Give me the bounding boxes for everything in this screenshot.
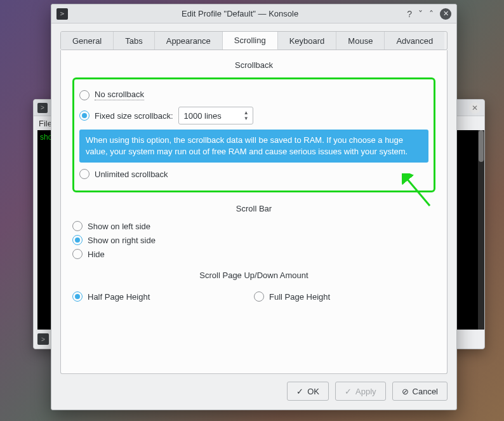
unlimited-scrollback-label: Unlimited scrollback bbox=[95, 170, 168, 179]
dialog-titlebar[interactable]: Edit Profile "Default" — Konsole ? ˅ ˄ ✕ bbox=[51, 4, 456, 23]
radio-no-scrollback[interactable]: No scrollback bbox=[79, 90, 428, 100]
radio-icon bbox=[79, 90, 90, 100]
tab-keyboard[interactable]: Keyboard bbox=[278, 32, 337, 50]
tab-appearance[interactable]: Appearance bbox=[155, 32, 223, 50]
scrollbar-heading: Scroll Bar bbox=[72, 204, 435, 213]
tab-mouse[interactable]: Mouse bbox=[336, 32, 385, 50]
radio-icon bbox=[79, 169, 90, 179]
scrollback-lines-spinbox[interactable]: 1000 lines ▲ ▼ bbox=[178, 107, 253, 124]
background-close-icon: ✕ bbox=[469, 102, 481, 114]
menu-file: File bbox=[39, 119, 52, 128]
full-page-label: Full Page Height bbox=[269, 292, 330, 302]
help-icon[interactable]: ? bbox=[407, 9, 412, 19]
radio-scrollbar-hide[interactable]: Hide bbox=[72, 249, 435, 259]
radio-fixed-scrollback[interactable]: Fixed size scrollback: 1000 lines ▲ ▼ bbox=[79, 107, 428, 124]
scrollbar-hide-label: Hide bbox=[88, 250, 105, 259]
radio-half-page[interactable]: Half Page Height bbox=[72, 291, 254, 302]
apply-button[interactable]: ✓ Apply bbox=[335, 382, 386, 401]
radio-icon bbox=[72, 249, 83, 259]
radio-icon bbox=[254, 291, 264, 302]
radio-icon bbox=[79, 110, 90, 121]
cancel-button[interactable]: ⊘ Cancel bbox=[392, 382, 448, 401]
half-page-label: Half Page Height bbox=[88, 292, 150, 302]
radio-scrollbar-left[interactable]: Show on left side bbox=[72, 221, 435, 231]
tab-general[interactable]: General bbox=[61, 32, 114, 50]
radio-unlimited-scrollback[interactable]: Unlimited scrollback bbox=[79, 169, 428, 179]
radio-full-page[interactable]: Full Page Height bbox=[254, 291, 435, 302]
fixed-scrollback-label: Fixed size scrollback: bbox=[95, 111, 173, 121]
check-icon: ✓ bbox=[345, 387, 352, 396]
scrollback-heading: Scrollback bbox=[72, 60, 435, 70]
tab-scrolling[interactable]: Scrolling bbox=[223, 32, 278, 50]
konsole-app-icon bbox=[56, 8, 68, 20]
chevron-down-icon[interactable]: ▼ bbox=[244, 116, 249, 121]
spinbox-value: 1000 lines bbox=[184, 111, 222, 121]
scrollpage-heading: Scroll Page Up/Down Amount bbox=[72, 271, 435, 280]
scrolling-panel: Scrollback No scrollback Fixed size scro… bbox=[60, 50, 448, 374]
maximize-icon[interactable]: ˄ bbox=[429, 9, 434, 19]
edit-profile-dialog: Edit Profile "Default" — Konsole ? ˅ ˄ ✕… bbox=[51, 4, 457, 410]
cancel-icon: ⊘ bbox=[402, 387, 409, 396]
tab-tabs[interactable]: Tabs bbox=[114, 32, 154, 50]
check-icon: ✓ bbox=[296, 387, 303, 396]
minimize-icon[interactable]: ˅ bbox=[418, 9, 423, 19]
background-scrollbar bbox=[478, 130, 484, 330]
background-status-icon: > bbox=[37, 333, 49, 345]
scrollback-info-banner: When using this option, the scrollback d… bbox=[79, 130, 428, 163]
scrollbar-right-label: Show on right side bbox=[88, 236, 156, 245]
ok-button[interactable]: ✓ OK bbox=[287, 382, 329, 401]
spinbox-steppers[interactable]: ▲ ▼ bbox=[244, 110, 249, 121]
radio-scrollbar-right[interactable]: Show on right side bbox=[72, 235, 435, 245]
no-scrollback-label: No scrollback bbox=[95, 90, 144, 100]
dialog-button-row: ✓ OK ✓ Apply ⊘ Cancel bbox=[60, 374, 448, 401]
radio-icon bbox=[72, 291, 83, 302]
radio-icon bbox=[72, 221, 83, 231]
terminal-icon: > bbox=[37, 103, 48, 113]
dialog-title: Edit Profile "Default" — Konsole bbox=[73, 9, 407, 18]
chevron-up-icon[interactable]: ▲ bbox=[244, 110, 249, 116]
radio-icon bbox=[72, 235, 83, 245]
tab-advanced[interactable]: Advanced bbox=[385, 32, 444, 50]
tabbar: General Tabs Appearance Scrolling Keyboa… bbox=[60, 31, 448, 50]
scrollback-highlight: No scrollback Fixed size scrollback: 100… bbox=[72, 77, 435, 192]
close-icon[interactable]: ✕ bbox=[440, 8, 451, 20]
scrollbar-left-label: Show on left side bbox=[88, 222, 150, 231]
